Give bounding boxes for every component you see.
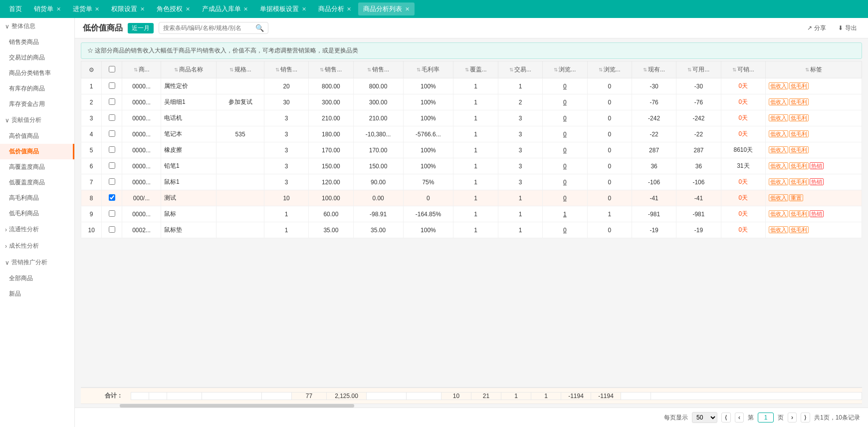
cell-check[interactable] (102, 110, 122, 126)
row-checkbox[interactable] (109, 210, 115, 217)
per-page-select[interactable]: 50 100 200 (692, 412, 717, 423)
th-checkbox[interactable] (102, 61, 122, 78)
th-spec[interactable]: ⇅规格... (217, 61, 264, 78)
sidebar-section-overall[interactable]: ∨ 整体信息 (0, 18, 74, 34)
th-settings[interactable]: ⚙ (81, 61, 102, 78)
cell-check[interactable] (102, 190, 122, 206)
th-cover[interactable]: ⇅覆盖... (453, 61, 498, 78)
cell-check[interactable] (102, 206, 122, 222)
sidebar-item-new-products[interactable]: 新品 (0, 286, 74, 302)
row-checkbox[interactable] (109, 226, 115, 233)
sidebar-item-high-coverage[interactable]: 高覆盖度商品 (0, 159, 74, 175)
nav-home[interactable]: 首页 (4, 2, 27, 15)
nav-close-role[interactable]: ✕ (186, 6, 190, 12)
row-checkbox[interactable] (109, 82, 115, 89)
share-button[interactable]: ↗ 分享 (804, 22, 829, 34)
browse-link[interactable]: 0 (563, 179, 567, 186)
sidebar-item-capital[interactable]: 库存资金占用 (0, 96, 74, 112)
browse-link[interactable]: 0 (563, 195, 567, 202)
prev-page-button[interactable]: ‹ (735, 413, 744, 423)
nav-close-sales[interactable]: ✕ (56, 6, 61, 12)
th-avail[interactable]: ⇅可用... (676, 61, 721, 78)
nav-product-list[interactable]: 商品分析列表 ✕ (358, 2, 415, 15)
row-checkbox[interactable] (109, 162, 115, 169)
cell-browse1[interactable]: 0 (543, 110, 587, 126)
nav-close-pl[interactable]: ✕ (405, 6, 410, 12)
sidebar-item-low-margin[interactable]: 低毛利商品 (0, 206, 74, 221)
cell-browse1[interactable]: 0 (543, 78, 587, 94)
row-checkbox[interactable] (109, 114, 115, 121)
page-number-input[interactable] (758, 413, 774, 423)
sidebar-section-marketing[interactable]: ∨ 营销推广分析 (0, 254, 74, 271)
cell-check[interactable] (102, 78, 122, 94)
sidebar-item-low-coverage[interactable]: 低覆盖度商品 (0, 175, 74, 190)
nav-role[interactable]: 角色授权 ✕ (152, 2, 195, 15)
browse-link[interactable]: 0 (563, 147, 567, 154)
browse-link[interactable]: 0 (563, 115, 567, 122)
th-name[interactable]: ⇅商品名称 (161, 61, 216, 78)
export-button[interactable]: ⬇ 导出 (835, 22, 860, 34)
sidebar-item-traded[interactable]: 交易过的商品 (0, 50, 74, 65)
nav-close-pa[interactable]: ✕ (347, 6, 351, 12)
scrollbar-thumb[interactable] (120, 404, 354, 408)
nav-close-perm[interactable]: ✕ (140, 6, 145, 12)
sidebar-item-low-value[interactable]: 低价值商品 (0, 144, 74, 159)
search-input[interactable] (163, 24, 253, 31)
nav-close-ps[interactable]: ✕ (243, 6, 248, 12)
nav-template[interactable]: 单据模板设置 ✕ (255, 2, 311, 15)
th-browse1[interactable]: ⇅浏览... (543, 61, 587, 78)
sidebar-item-high-value[interactable]: 高价值商品 (0, 128, 74, 144)
browse-link[interactable]: 0 (563, 83, 567, 90)
nav-permission[interactable]: 权限设置 ✕ (106, 2, 150, 15)
browse-link[interactable]: 1 (563, 211, 567, 218)
cell-check[interactable] (102, 94, 122, 110)
scrollbar-track[interactable] (81, 404, 862, 408)
cell-browse1[interactable]: 0 (543, 174, 587, 190)
cell-browse1[interactable]: 0 (543, 94, 587, 110)
cell-browse1[interactable]: 0 (543, 222, 587, 238)
sidebar-item-high-margin[interactable]: 高毛利商品 (0, 190, 74, 206)
browse-link[interactable]: 0 (563, 131, 567, 138)
row-checkbox[interactable] (109, 146, 115, 153)
cell-browse1[interactable]: 0 (543, 126, 587, 142)
th-browse2[interactable]: ⇅浏览... (587, 61, 632, 78)
browse-link[interactable]: 0 (563, 99, 567, 106)
nav-product-analysis[interactable]: 商品分析 ✕ (313, 2, 357, 15)
sidebar-section-growth[interactable]: › 成长性分析 (0, 238, 74, 254)
sidebar-item-sales-products[interactable]: 销售类商品 (0, 34, 74, 50)
sidebar-item-all-products[interactable]: 全部商品 (0, 271, 74, 286)
cell-browse1[interactable]: 0 (543, 158, 587, 174)
browse-link[interactable]: 0 (563, 163, 567, 170)
sidebar-item-stock[interactable]: 有库存的商品 (0, 81, 74, 96)
row-checkbox[interactable] (109, 194, 115, 201)
sidebar-section-contribution[interactable]: ∨ 贡献值分析 (0, 112, 74, 128)
th-sale-qty[interactable]: ⇅销售... (264, 61, 308, 78)
cell-check[interactable] (102, 158, 122, 174)
th-days[interactable]: ⇅可销... (721, 61, 765, 78)
cell-browse1[interactable]: 0 (543, 190, 587, 206)
next-page-button[interactable]: › (788, 413, 797, 423)
nav-product-storage[interactable]: 产成品入库单 ✕ (197, 2, 253, 15)
cell-check[interactable] (102, 174, 122, 190)
th-stock[interactable]: ⇅现有... (632, 61, 676, 78)
first-page-button[interactable]: ⟨ (721, 413, 731, 423)
th-code[interactable]: ⇅商... (122, 61, 161, 78)
sidebar-section-circulation[interactable]: › 流通性分析 (0, 221, 74, 238)
select-all-checkbox[interactable] (109, 66, 115, 72)
search-box[interactable]: 🔍 (159, 22, 268, 34)
th-margin[interactable]: ⇅毛利率 (403, 61, 453, 78)
cell-browse1[interactable]: 1 (543, 206, 587, 222)
nav-sales[interactable]: 销货单 ✕ (29, 2, 66, 15)
th-sale-amt[interactable]: ⇅销售... (309, 61, 353, 78)
cell-check[interactable] (102, 222, 122, 238)
cell-browse1[interactable]: 0 (543, 142, 587, 158)
cell-check[interactable] (102, 142, 122, 158)
cell-check[interactable] (102, 126, 122, 142)
th-trade[interactable]: ⇅交易... (498, 61, 542, 78)
browse-link[interactable]: 0 (563, 227, 567, 234)
nav-purchase[interactable]: 进货单 ✕ (68, 2, 105, 15)
sidebar-item-category-rate[interactable]: 商品分类销售率 (0, 65, 74, 81)
time-tag-button[interactable]: 近一月 (128, 23, 154, 33)
row-checkbox[interactable] (109, 178, 115, 185)
row-checkbox[interactable] (109, 130, 115, 137)
